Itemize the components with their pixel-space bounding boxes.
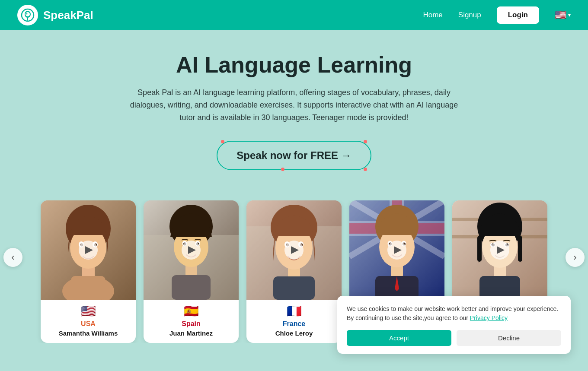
cta-dot-tr	[364, 140, 367, 143]
tutor-info: 🇫🇷 France Chloe Leroy	[246, 300, 342, 343]
tutor-image-wrapper	[246, 200, 342, 300]
cta-button[interactable]: Speak now for FREE →	[217, 141, 371, 170]
cookie-accept-button[interactable]: Accept	[347, 330, 451, 346]
svg-rect-8	[71, 276, 105, 300]
tutor-image-wrapper	[144, 200, 239, 300]
svg-point-3	[26, 13, 28, 15]
tutor-country: Spain	[149, 320, 233, 328]
tutor-info: 🇺🇸 USA Samantha Williams	[41, 300, 136, 343]
tutor-flag: 🇪🇸	[149, 304, 233, 318]
tutor-name: Chloe Leroy	[252, 330, 336, 337]
tutor-card[interactable]: 🇪🇸 Spain Juan Martinez	[144, 200, 239, 343]
tutor-image-wrapper	[349, 200, 444, 300]
play-button[interactable]	[79, 241, 98, 260]
brand: SpeakPal	[17, 5, 423, 25]
tutor-image-wrapper	[452, 200, 547, 300]
play-button[interactable]	[387, 241, 406, 260]
tutor-info: 🇪🇸 Spain Juan Martinez	[144, 300, 239, 343]
cta-dot-br	[364, 168, 367, 171]
tutor-name: Juan Martinez	[149, 330, 233, 337]
nav-signup[interactable]: Signup	[458, 11, 481, 19]
hero-title: AI Language Learning	[17, 52, 571, 78]
logo-icon	[17, 5, 38, 25]
svg-rect-66	[518, 236, 522, 262]
hero-description: Speak Pal is an AI language learning pla…	[130, 86, 458, 124]
cookie-banner: We use cookies to make our website work …	[337, 296, 571, 354]
chevron-down-icon: ▾	[568, 12, 571, 18]
svg-rect-19	[172, 275, 211, 300]
cta-wrapper: Speak now for FREE →	[217, 141, 371, 170]
carousel-next-button[interactable]: ›	[566, 248, 585, 267]
cookie-buttons: Accept Decline	[347, 330, 561, 346]
cookie-decline-button[interactable]: Decline	[457, 330, 561, 346]
svg-rect-30	[273, 276, 315, 300]
navbar: SpeakPal Home Signup Login 🇺🇸 ▾	[0, 0, 588, 30]
hero-section: AI Language Learning Speak Pal is an AI …	[0, 30, 588, 200]
svg-rect-65	[477, 236, 482, 262]
tutor-card[interactable]: 🇫🇷 France Chloe Leroy	[246, 200, 342, 343]
cookie-text: We use cookies to make our website work …	[347, 304, 561, 323]
tutor-image-wrapper	[41, 200, 136, 300]
play-button[interactable]	[182, 241, 201, 260]
privacy-policy-link[interactable]: Privacy Policy	[470, 314, 508, 321]
flag-icon: 🇺🇸	[555, 10, 566, 21]
nav-links: Home Signup Login 🇺🇸 ▾	[423, 6, 571, 24]
svg-point-2	[26, 12, 30, 16]
login-button[interactable]: Login	[497, 6, 539, 24]
cta-dot-bl	[281, 168, 284, 171]
tutor-card[interactable]: 🇺🇸 USA Samantha Williams	[41, 200, 136, 343]
language-selector[interactable]: 🇺🇸 ▾	[555, 10, 571, 21]
play-button[interactable]	[490, 241, 509, 260]
tutor-country: USA	[46, 320, 131, 328]
carousel-prev-button[interactable]: ‹	[3, 248, 22, 267]
tutor-name: Samantha Williams	[46, 330, 131, 337]
tutor-flag: 🇺🇸	[46, 304, 131, 318]
tutor-country: France	[252, 320, 336, 328]
tutor-flag: 🇫🇷	[252, 304, 336, 318]
brand-name: SpeakPal	[43, 9, 93, 22]
nav-home[interactable]: Home	[423, 11, 442, 19]
play-button[interactable]	[284, 241, 304, 260]
